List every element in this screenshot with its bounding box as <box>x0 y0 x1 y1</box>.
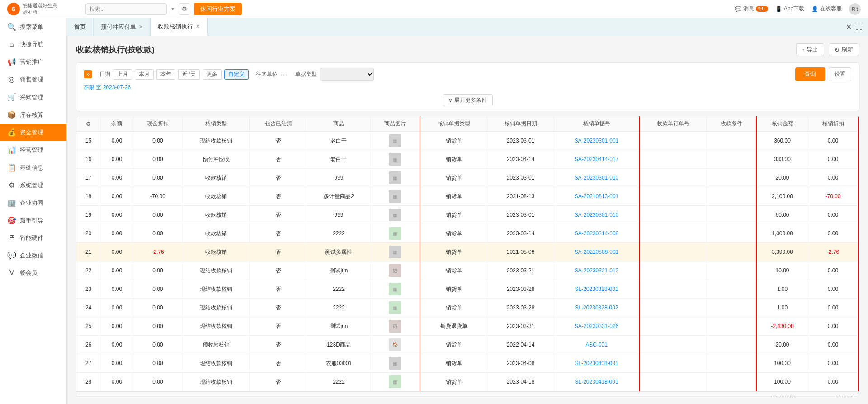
row-balance: 0.00 <box>101 132 133 150</box>
tab-prepay[interactable]: 预付冲应付单✕ <box>94 18 151 36</box>
recent7-btn[interactable]: 近7天 <box>178 69 200 80</box>
industry-btn[interactable]: 休闲行业方案 <box>194 3 242 15</box>
row-bill-no[interactable]: SA-20230301-001 <box>554 132 639 150</box>
row-bill-no[interactable]: SA-20210813-001 <box>554 187 639 206</box>
row-amount: 10.00 <box>756 261 808 280</box>
row-type: 现结收款核销 <box>183 354 250 373</box>
sidebar-item-operation[interactable]: 📊经营管理 <box>0 141 66 159</box>
sidebar-item-member[interactable]: V畅会员 <box>0 264 66 281</box>
sidebar-item-sales[interactable]: ◎销售管理 <box>0 71 66 88</box>
row-bill-no[interactable]: SA-20230314-008 <box>554 224 639 243</box>
row-bill-no[interactable]: SA-20230331-026 <box>554 317 639 336</box>
sidebar-item-marketing[interactable]: 📢营销推广 <box>0 53 66 71</box>
export-btn[interactable]: ↑ 导出 <box>796 43 825 56</box>
col-header-12: 核销金额 <box>756 116 808 132</box>
row-bill-no[interactable]: SA-20230301-010 <box>554 206 639 224</box>
row-bill-no[interactable]: SA-20230301-010 <box>554 169 639 187</box>
expand-icon: ∨ <box>448 97 453 104</box>
sidebar-label-wechat: 企业微信 <box>20 252 43 260</box>
search-input-top[interactable] <box>85 3 167 15</box>
tab-home[interactable]: 首页 <box>67 18 94 36</box>
tab-collect[interactable]: 收款核销执行✕ <box>151 18 208 36</box>
row-bill-type: 销货单 <box>420 354 487 373</box>
avatar[interactable]: Rit <box>849 3 861 15</box>
row-included: 否 <box>249 132 307 150</box>
sidebar-item-search[interactable]: 🔍搜索菜单 <box>0 18 66 36</box>
expand-btn[interactable]: ∨ 展开更多条件 <box>443 94 493 106</box>
settings-icon[interactable]: ⚙ <box>179 3 190 15</box>
row-cash-discount: 0.00 <box>133 280 183 299</box>
product-img: 🏠 <box>389 338 401 351</box>
sidebar-item-hardware[interactable]: 🖥智能硬件 <box>0 229 66 247</box>
row-bill-date: 2023-04-14 <box>487 150 554 169</box>
page-header: 收款核销执行(按收款) ↑ 导出 ↻ 刷新 <box>76 43 859 56</box>
row-type: 预付冲应收 <box>183 150 250 169</box>
row-bill-no[interactable]: SA-20230321-012 <box>554 261 639 280</box>
tab-close-collect[interactable]: ✕ <box>196 24 200 29</box>
filter-collapse-btn[interactable]: » <box>84 70 92 78</box>
refresh-btn[interactable]: ↻ 刷新 <box>829 43 859 56</box>
row-balance: 0.00 <box>101 299 133 317</box>
messages-btn[interactable]: 💬 消息 99+ <box>735 5 768 13</box>
tab-close-prepay[interactable]: ✕ <box>139 24 143 30</box>
row-bill-type: 销货单 <box>420 280 487 299</box>
row-discount: 0.00 <box>808 132 858 150</box>
sidebar-item-newbie[interactable]: 🎯新手引导 <box>0 212 66 229</box>
sidebar-item-finance[interactable]: 💰资金管理 <box>0 124 66 141</box>
row-order-no <box>639 132 706 150</box>
wechat-icon: 💬 <box>7 251 16 260</box>
row-num: 18 <box>76 187 101 206</box>
row-img: ▦ <box>370 354 420 373</box>
row-goods: 2222 <box>307 280 370 299</box>
table-row: 210.00-2.76收款核销否测试多属性▦销货单2021-08-08SA-20… <box>76 243 858 261</box>
row-bill-no[interactable]: SL-20230328-001 <box>554 280 639 299</box>
app-download-btn[interactable]: 📱 App下载 <box>775 5 804 13</box>
row-discount: 0.00 <box>808 169 858 187</box>
table-row: 190.000.00收款核销否999▦销货单2023-03-01SA-20230… <box>76 206 858 224</box>
tab-bar: 首页预付冲应付单✕收款核销执行✕✕⛶ <box>67 18 868 36</box>
sidebar-item-wechat[interactable]: 💬企业微信 <box>0 247 66 264</box>
settings-btn[interactable]: 设置 <box>829 67 851 81</box>
date-label: 日期 <box>99 71 110 78</box>
custom-btn[interactable]: 自定义 <box>224 69 249 80</box>
row-bill-no[interactable]: SA-20210808-001 <box>554 243 639 261</box>
sidebar-item-purchase[interactable]: 🛒采购管理 <box>0 88 66 106</box>
row-cash-discount: 0.00 <box>133 299 183 317</box>
row-amount: 333.00 <box>756 150 808 169</box>
row-order-no <box>639 150 706 169</box>
row-included: 否 <box>249 261 307 280</box>
bill-type-select[interactable] <box>320 68 374 81</box>
row-balance: 0.00 <box>101 169 133 187</box>
row-num: 28 <box>76 373 101 391</box>
row-bill-no[interactable]: SL-20230328-002 <box>554 299 639 317</box>
row-bill-no[interactable]: SL-20230408-001 <box>554 354 639 373</box>
footer-discount-total: 952.24 <box>837 395 854 397</box>
row-bill-no[interactable]: ABC-001 <box>554 336 639 354</box>
query-btn[interactable]: 查询 <box>795 67 825 81</box>
row-bill-no[interactable]: SA-20230414-017 <box>554 150 639 169</box>
sidebar-item-basic[interactable]: 📋基础信息 <box>0 159 66 176</box>
row-included: 否 <box>249 299 307 317</box>
sidebar-item-inventory[interactable]: 📦库存核算 <box>0 106 66 124</box>
search-dropdown-icon[interactable]: ▼ <box>170 6 175 11</box>
maximize-icon[interactable]: ⛶ <box>855 23 863 31</box>
row-amount: 1,000.00 <box>756 224 808 243</box>
this-year-btn[interactable]: 本年 <box>156 69 175 80</box>
row-cash-discount: 0.00 <box>133 169 183 187</box>
newbie-icon: 🎯 <box>7 216 16 225</box>
last-month-btn[interactable]: 上月 <box>113 69 132 80</box>
sidebar-item-system[interactable]: ⚙系统管理 <box>0 176 66 194</box>
sidebar-item-corp[interactable]: 🏢企业协同 <box>0 194 66 212</box>
row-type: 现结收款核销 <box>183 317 250 336</box>
col-header-3: 核销类型 <box>183 116 250 132</box>
row-bill-no[interactable]: SL-20230418-001 <box>554 373 639 391</box>
row-cash-discount: 0.00 <box>133 317 183 336</box>
online-service-btn[interactable]: 👤 在线客服 <box>811 5 842 13</box>
more-btn[interactable]: 更多 <box>203 69 222 80</box>
this-month-btn[interactable]: 本月 <box>135 69 154 80</box>
sidebar-item-quick[interactable]: ⌂快捷导航 <box>0 36 66 53</box>
product-img: ▦ <box>389 171 401 184</box>
close-window-icon[interactable]: ✕ <box>846 23 852 31</box>
row-type: 现结收款核销 <box>183 373 250 391</box>
row-bill-type: 销货单 <box>420 206 487 224</box>
